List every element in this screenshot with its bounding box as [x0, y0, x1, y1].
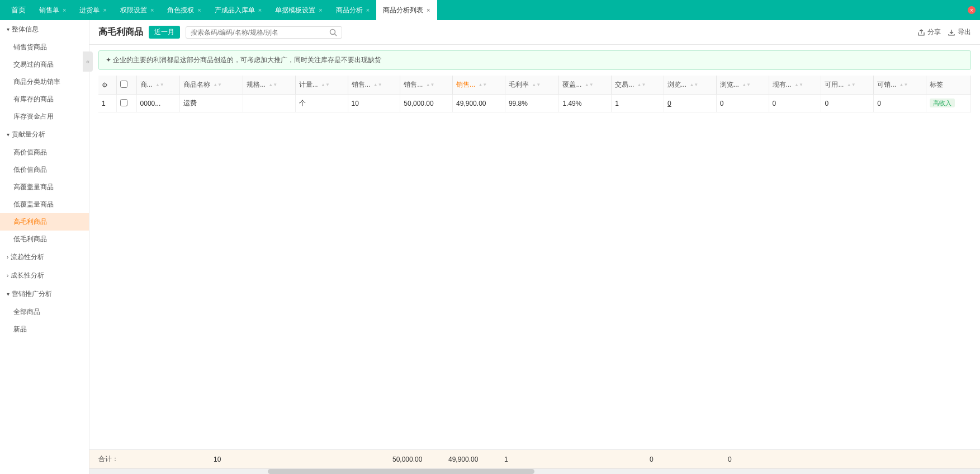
col-sales-amount[interactable]: 销售... ▲▼ — [400, 76, 453, 95]
col-spec[interactable]: 规格... ▲▼ — [243, 76, 295, 95]
nav-sales[interactable]: 销售单 × — [32, 0, 73, 20]
sidebar-group-contribution[interactable]: ▾ 贡献量分析 — [0, 125, 89, 144]
footer-available: 0 — [725, 456, 769, 463]
col-browse2[interactable]: 浏览... ▲▼ — [716, 76, 769, 95]
header-actions: 分享 导出 — [917, 27, 971, 37]
sort-icon[interactable]: ▲▼ — [794, 82, 803, 87]
sort-icon[interactable]: ▲▼ — [321, 82, 330, 87]
col-tag[interactable]: 标签 — [926, 76, 971, 95]
close-icon[interactable]: × — [319, 7, 322, 13]
chevron-down-icon: ▾ — [7, 26, 10, 32]
col-settings[interactable]: ⚙ — [98, 76, 116, 95]
nav-products-in[interactable]: 产成品入库单 × — [208, 0, 268, 20]
total-label: 合计： — [98, 454, 210, 464]
cell-available: 0 — [821, 95, 874, 112]
select-all-checkbox[interactable] — [120, 81, 127, 88]
sidebar-item-stock-capital[interactable]: 库存资金占用 — [0, 108, 89, 125]
nav-permissions[interactable]: 权限设置 × — [113, 0, 160, 20]
col-sales-qty[interactable]: 销售... ▲▼ — [348, 76, 400, 95]
close-icon[interactable]: × — [258, 7, 262, 13]
cell-code: 0000... — [136, 95, 179, 112]
nav-goods-analysis-list[interactable]: 商品分析列表 × — [376, 0, 437, 20]
nav-purchase[interactable]: 进货单 × — [73, 0, 113, 20]
footer-transaction: 1 — [501, 456, 646, 463]
sort-icon[interactable]: ▲▼ — [268, 82, 277, 87]
sort-icon[interactable]: ▲▼ — [585, 82, 594, 87]
export-button[interactable]: 导出 — [948, 27, 971, 37]
sort-icon[interactable]: ▲▼ — [742, 82, 751, 87]
nav-goods-analysis[interactable]: 商品分析 × — [329, 0, 376, 20]
col-coverage[interactable]: 覆盖... ▲▼ — [559, 76, 612, 95]
col-checkbox[interactable] — [116, 76, 136, 95]
sort-icon[interactable]: ▲▼ — [426, 82, 435, 87]
sort-icon[interactable]: ▲▼ — [899, 82, 908, 87]
close-icon[interactable]: × — [63, 7, 66, 13]
sort-icon[interactable]: ▲▼ — [373, 82, 382, 87]
cell-sellable: 0 — [874, 95, 926, 112]
sidebar-item-new-goods[interactable]: 新品 — [0, 321, 89, 338]
nav-home[interactable]: 首页 — [4, 0, 32, 20]
col-transaction[interactable]: 交易... ▲▼ — [612, 76, 664, 95]
table-row: 1 0000... 运费 个 10 50,000.00 49,900.00 99… — [98, 95, 971, 112]
search-input[interactable] — [191, 29, 327, 36]
col-sellable[interactable]: 可销... ▲▼ — [874, 76, 926, 95]
info-banner: ✦ 企业的主要的利润都是这部分商品创造的，可考虑加大推广，同时关注库存是不要出现… — [98, 50, 971, 70]
page-title: 高毛利商品 — [98, 26, 143, 38]
time-filter-button[interactable]: 近一月 — [149, 26, 180, 39]
sidebar-item-all-goods[interactable]: 全部商品 — [0, 303, 89, 321]
sidebar-item-sales-goods[interactable]: 销售货商品 — [0, 39, 89, 56]
sidebar-group-marketing[interactable]: ▾ 营销推广分析 — [0, 285, 89, 303]
share-button[interactable]: 分享 — [917, 27, 941, 37]
sidebar-item-low-margin[interactable]: 低毛利商品 — [0, 231, 89, 248]
col-stock[interactable]: 现有... ▲▼ — [769, 76, 821, 95]
sidebar-group-trend[interactable]: › 流趋性分析 — [0, 248, 89, 266]
sidebar-collapse-btn[interactable]: « — [83, 51, 93, 72]
sort-icon[interactable]: ▲▼ — [155, 82, 164, 87]
cell-browse1[interactable]: 0 — [664, 95, 717, 112]
sidebar-item-high-margin[interactable]: 高毛利商品 — [0, 213, 89, 231]
close-icon[interactable]: × — [197, 7, 201, 13]
sidebar-item-in-stock-goods[interactable]: 有库存的商品 — [0, 91, 89, 108]
horizontal-scrollbar[interactable] — [89, 468, 980, 474]
sort-icon[interactable]: ▲▼ — [478, 82, 487, 87]
sidebar-item-category-rate[interactable]: 商品分类助销率 — [0, 73, 89, 91]
sidebar-item-high-value[interactable]: 高价值商品 — [0, 144, 89, 161]
sort-icon[interactable]: ▲▼ — [213, 82, 222, 87]
close-icon[interactable]: × — [150, 7, 154, 13]
col-browse1[interactable]: 浏览... ▲▼ — [664, 76, 717, 95]
chevron-down-icon: ▾ — [7, 132, 10, 138]
col-gross-rate[interactable]: 毛利率 ▲▼ — [505, 76, 559, 95]
window-close-btn[interactable]: × — [968, 6, 976, 14]
nav-template-settings[interactable]: 单据模板设置 × — [268, 0, 329, 20]
sidebar-group-overall[interactable]: ▾ 整体信息 — [0, 20, 89, 39]
sidebar: ▾ 整体信息 销售货商品 交易过的商品 商品分类助销率 有库存的商品 库存资金占… — [0, 20, 89, 474]
nav-roles[interactable]: 角色授权 × — [160, 0, 207, 20]
sort-icon[interactable]: ▲▼ — [532, 82, 541, 87]
sidebar-item-high-coverage[interactable]: 高覆盖量商品 — [0, 179, 89, 196]
col-name[interactable]: 商品名称 ▲▼ — [179, 76, 243, 95]
sort-icon[interactable]: ▲▼ — [637, 82, 646, 87]
cell-checkbox[interactable] — [116, 95, 136, 112]
sidebar-item-traded-goods[interactable]: 交易过的商品 — [0, 56, 89, 73]
cell-sales-amount: 50,000.00 — [400, 95, 453, 112]
close-icon[interactable]: × — [103, 7, 106, 13]
sidebar-group-growth[interactable]: › 成长性分析 — [0, 266, 89, 285]
close-icon[interactable]: × — [366, 7, 370, 13]
sidebar-item-low-value[interactable]: 低价值商品 — [0, 161, 89, 179]
search-box[interactable] — [186, 26, 342, 39]
top-nav: 首页 销售单 × 进货单 × 权限设置 × 角色授权 × 产成品入库单 × 单据… — [0, 0, 980, 20]
col-sales-profit[interactable]: 销售... ▲▼ — [453, 76, 505, 95]
close-icon[interactable]: × — [427, 7, 430, 13]
col-available[interactable]: 可用... ▲▼ — [821, 76, 874, 95]
table-container[interactable]: ⚙ 商... ▲▼ 商品名称 ▲▼ — [98, 76, 971, 449]
cell-gross-rate: 99.8% — [505, 95, 559, 112]
sort-icon[interactable]: ▲▼ — [689, 82, 698, 87]
sidebar-item-low-coverage[interactable]: 低覆盖量商品 — [0, 196, 89, 213]
sort-icon[interactable]: ▲▼ — [847, 82, 856, 87]
scrollbar-thumb[interactable] — [268, 469, 535, 474]
col-unit[interactable]: 计量... ▲▼ — [295, 76, 348, 95]
col-code[interactable]: 商... ▲▼ — [136, 76, 179, 95]
export-icon — [948, 29, 955, 36]
row-checkbox[interactable] — [120, 99, 127, 106]
footer-stock: 0 — [646, 456, 725, 463]
